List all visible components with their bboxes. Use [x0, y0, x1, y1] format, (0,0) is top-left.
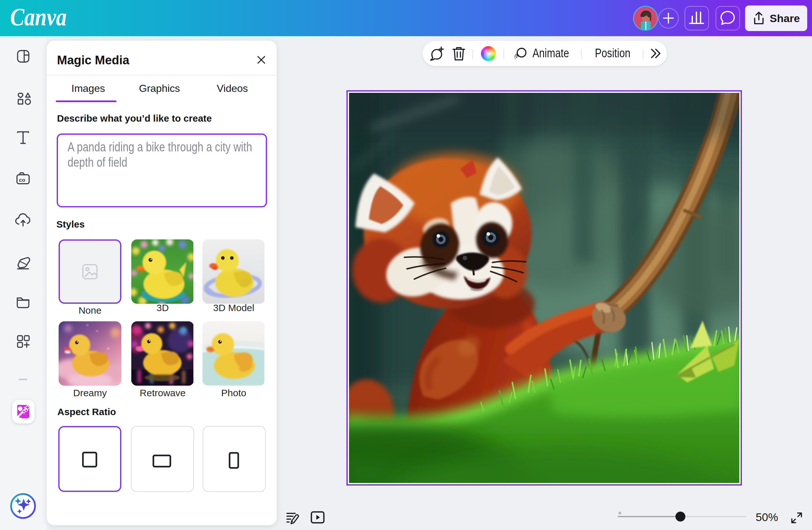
svg-text:co: co: [19, 177, 25, 183]
svg-text:Canva: Canva: [10, 3, 67, 31]
